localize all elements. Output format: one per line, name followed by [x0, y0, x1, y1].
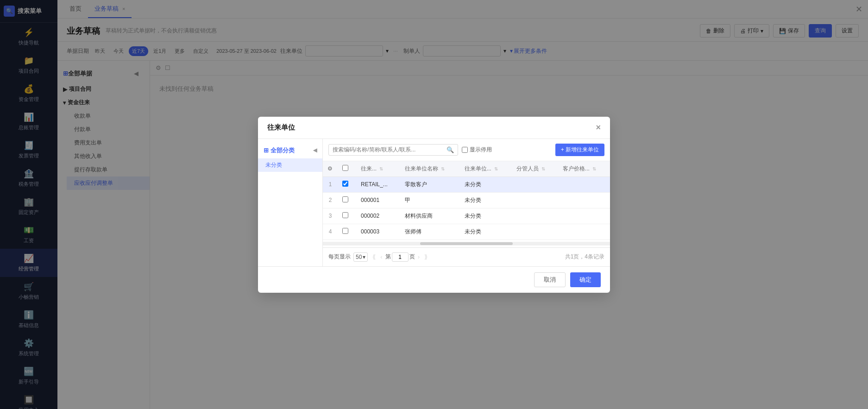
col-checkbox[interactable]	[338, 161, 356, 177]
confirm-button[interactable]: 确定	[570, 272, 601, 287]
row-checkbox-1[interactable]	[338, 176, 356, 192]
row-salesperson-4	[512, 224, 558, 239]
col-name-header[interactable]: 往来单位名称 ⇅	[400, 161, 460, 177]
page-navigation: ⟪ ‹ 第 页 › ⟫	[371, 252, 429, 262]
page-label: 第	[385, 253, 391, 261]
show-disabled-checkbox[interactable]	[462, 147, 468, 153]
col-price-header[interactable]: 客户价格... ⇅	[558, 161, 610, 177]
select-all-checkbox[interactable]	[342, 165, 348, 171]
row-name-1: 零散客户	[400, 176, 460, 192]
chevron-down-icon: ▾	[363, 254, 365, 260]
dialog-category-sidebar: ⊞ 全部分类 ◀ 未分类	[258, 139, 323, 266]
dialog-close-button[interactable]: ×	[596, 123, 601, 132]
row-checkbox-2[interactable]	[338, 192, 356, 208]
dialog-footer: 取消 确定	[258, 266, 610, 293]
row-name-3: 材料供应商	[400, 208, 460, 224]
row-num-1: 1	[323, 176, 338, 192]
horizontal-scrollbar[interactable]	[323, 242, 610, 245]
row-num-3: 3	[323, 208, 338, 224]
scrollbar-thumb[interactable]	[420, 242, 513, 245]
row-name-4: 张师傅	[400, 224, 460, 239]
dialog-body: ⊞ 全部分类 ◀ 未分类 🔍 显示停用	[258, 139, 610, 266]
row-checkbox-4[interactable]	[338, 224, 356, 239]
current-page-input[interactable]	[392, 252, 409, 262]
per-page-label: 每页显示	[328, 253, 351, 261]
row-salesperson-1	[512, 176, 558, 192]
settings-icon: ⚙	[327, 165, 333, 172]
dialog-all-category[interactable]: ⊞ 全部分类 ◀	[258, 143, 322, 158]
sort-icon: ⇅	[592, 166, 596, 171]
table-row[interactable]: 3 000002 材料供应商 未分类	[323, 208, 610, 224]
row-code-3: 000002	[356, 208, 400, 224]
party-search-input[interactable]	[333, 146, 445, 153]
row-salesperson-2	[512, 192, 558, 208]
sort-icon: ⇅	[441, 166, 445, 171]
row-name-2: 甲	[400, 192, 460, 208]
modal-overlay[interactable]: 往来单位 × ⊞ 全部分类 ◀ 未分类	[0, 0, 868, 409]
dialog-title: 往来单位	[267, 123, 295, 132]
dialog-header: 往来单位 ×	[258, 117, 610, 139]
table-row[interactable]: 2 000001 甲 未分类	[323, 192, 610, 208]
sort-icon: ⇅	[494, 166, 498, 171]
row-num-2: 2	[323, 192, 338, 208]
row-category-3: 未分类	[460, 208, 512, 224]
row-category-2: 未分类	[460, 192, 512, 208]
sidebar-collapse-icon[interactable]: ◀	[313, 147, 317, 153]
show-disabled-checkbox-group: 显示停用	[462, 146, 492, 154]
next-page-btn[interactable]: ›	[416, 252, 421, 261]
row-price-1	[558, 176, 610, 192]
col-settings[interactable]: ⚙	[323, 161, 338, 177]
sort-icon: ⇅	[379, 166, 383, 171]
first-page-btn[interactable]: ⟪	[371, 252, 377, 261]
row-price-4	[558, 224, 610, 239]
row-category-4: 未分类	[460, 224, 512, 239]
table-row[interactable]: 1 RETAIL_... 零散客户 未分类	[323, 176, 610, 192]
search-icon[interactable]: 🔍	[447, 146, 454, 153]
prev-page-btn[interactable]: ‹	[378, 252, 384, 261]
row-code-1: RETAIL_...	[356, 176, 400, 192]
dialog-toolbar: 🔍 显示停用 + 新增往来单位	[323, 139, 610, 161]
sort-icon: ⇅	[541, 166, 545, 171]
page-suffix: 页	[409, 253, 415, 261]
last-page-btn[interactable]: ⟫	[422, 252, 429, 261]
row-checkbox-3[interactable]	[338, 208, 356, 224]
add-party-button[interactable]: + 新增往来单位	[555, 144, 604, 156]
row-code-2: 000001	[356, 192, 400, 208]
party-dialog: 往来单位 × ⊞ 全部分类 ◀ 未分类	[258, 117, 610, 293]
col-code-header[interactable]: 往来... ⇅	[356, 161, 400, 177]
col-salesperson-header[interactable]: 分管人员 ⇅	[512, 161, 558, 177]
row-category-1: 未分类	[460, 176, 512, 192]
per-page-select[interactable]: 50 ▾	[353, 252, 368, 262]
dialog-main-panel: 🔍 显示停用 + 新增往来单位 ⚙	[323, 139, 610, 266]
row-code-4: 000003	[356, 224, 400, 239]
row-salesperson-3	[512, 208, 558, 224]
cancel-button[interactable]: 取消	[534, 272, 566, 287]
col-category-header[interactable]: 往来单位... ⇅	[460, 161, 512, 177]
grid-icon: ⊞	[264, 147, 269, 154]
party-table-wrap: ⚙ 往来... ⇅ 往来单位名称 ⇅	[323, 161, 610, 240]
total-records: 共1页，4条记录	[565, 253, 604, 261]
table-row[interactable]: 4 000003 张师傅 未分类	[323, 224, 610, 239]
dialog-uncategorized[interactable]: 未分类	[258, 158, 322, 172]
party-table: ⚙ 往来... ⇅ 往来单位名称 ⇅	[323, 161, 610, 240]
row-price-2	[558, 192, 610, 208]
row-num-4: 4	[323, 224, 338, 239]
dialog-pagination: 每页显示 50 ▾ ⟪ ‹ 第 页 › ⟫ 共1页，4条记录	[323, 247, 610, 266]
party-search-box[interactable]: 🔍	[328, 144, 458, 156]
row-price-3	[558, 208, 610, 224]
